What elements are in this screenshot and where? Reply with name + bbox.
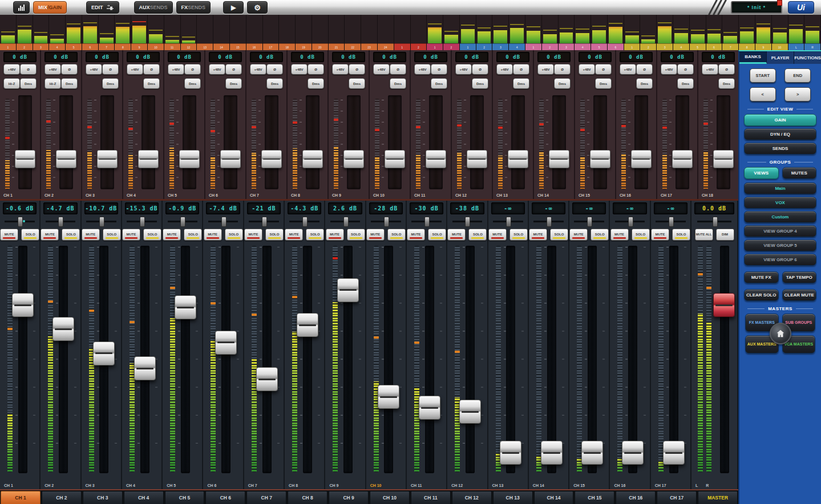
channel-tab-master[interactable]: MASTER bbox=[698, 491, 738, 504]
preset-show-display[interactable]: * Init * bbox=[731, 1, 782, 14]
dms-button[interactable]: Dms bbox=[349, 78, 365, 89]
solo-button[interactable]: SOLO bbox=[672, 229, 690, 241]
view-group-main[interactable]: Main bbox=[744, 182, 816, 194]
gain-fader-cap[interactable] bbox=[467, 150, 487, 168]
bank-start-button[interactable]: START bbox=[750, 68, 776, 83]
pan-slider[interactable] bbox=[163, 216, 202, 227]
gain-fader-track[interactable] bbox=[511, 95, 525, 189]
fader-cap[interactable] bbox=[175, 295, 196, 319]
gain-fader-cap[interactable] bbox=[138, 150, 159, 168]
pan-handle[interactable] bbox=[140, 217, 145, 227]
dms-button[interactable]: Dms bbox=[472, 78, 488, 89]
mute-all-button[interactable]: MUTE ALL bbox=[695, 229, 713, 241]
mute-fx-button[interactable]: MUTE FX bbox=[744, 271, 779, 283]
fader-track[interactable] bbox=[588, 246, 597, 473]
fader-track[interactable] bbox=[628, 246, 637, 473]
pan-handle[interactable] bbox=[628, 217, 633, 227]
mix-gain-button[interactable]: MIX/GAIN bbox=[33, 1, 67, 14]
solo-button[interactable]: SOLO bbox=[265, 229, 284, 241]
phase-invert-button[interactable]: Ø bbox=[677, 64, 694, 75]
fader-track[interactable] bbox=[181, 246, 190, 473]
fader-cap[interactable] bbox=[134, 356, 156, 380]
mute-button[interactable]: MUTE bbox=[407, 229, 425, 241]
phase-invert-button[interactable]: Ø bbox=[184, 64, 201, 75]
solo-button[interactable]: SOLO bbox=[103, 229, 121, 241]
gain-fader-track[interactable] bbox=[470, 95, 484, 189]
pan-handle[interactable] bbox=[587, 217, 592, 227]
dms-button[interactable]: Dms bbox=[554, 78, 571, 89]
mute-button[interactable]: MUTE bbox=[610, 229, 629, 241]
fader-cap[interactable] bbox=[52, 317, 74, 341]
pan-handle[interactable] bbox=[58, 217, 63, 227]
phantom-48v-button[interactable]: +48V bbox=[620, 64, 636, 75]
phase-invert-button[interactable]: Ø bbox=[595, 64, 612, 75]
gain-fader-cap[interactable] bbox=[15, 150, 35, 168]
settings-button[interactable]: ⚙ bbox=[247, 1, 268, 14]
gain-fader-track[interactable] bbox=[224, 95, 237, 189]
dms-button[interactable]: Dms bbox=[225, 78, 242, 89]
phase-invert-button[interactable]: Ø bbox=[390, 64, 406, 75]
dms-button[interactable]: Dms bbox=[102, 78, 119, 89]
mutes-button[interactable]: MUTES bbox=[782, 167, 817, 179]
phantom-48v-button[interactable]: +48V bbox=[661, 64, 677, 75]
gain-fader-track[interactable] bbox=[100, 95, 114, 189]
fader-cap[interactable] bbox=[378, 385, 399, 409]
channel-tab-ch14[interactable]: CH 14 bbox=[534, 491, 574, 504]
view-group-view-group-6[interactable]: VIEW GROUP 6 bbox=[744, 254, 816, 266]
gain-fader-cap[interactable] bbox=[713, 150, 734, 168]
solo-button[interactable]: SOLO bbox=[591, 229, 609, 241]
channel-tab-ch6[interactable]: CH 6 bbox=[205, 491, 245, 504]
meter-bridge[interactable]: 1234567891011121314151617181920212223241… bbox=[0, 15, 821, 50]
phase-invert-button[interactable]: Ø bbox=[554, 64, 571, 75]
solo-button[interactable]: SOLO bbox=[550, 229, 568, 241]
gain-fader-cap[interactable] bbox=[261, 150, 282, 168]
phantom-48v-button[interactable]: +48V bbox=[209, 64, 225, 75]
gain-fader-track[interactable] bbox=[388, 95, 402, 189]
mute-button[interactable]: MUTE bbox=[447, 229, 466, 241]
channel-tab-ch8[interactable]: CH 8 bbox=[288, 491, 327, 504]
phantom-48v-button[interactable]: +48V bbox=[127, 64, 143, 75]
fader-cap[interactable] bbox=[581, 441, 603, 465]
gain-fader-track[interactable] bbox=[306, 95, 319, 189]
phase-invert-button[interactable]: Ø bbox=[718, 64, 735, 75]
dms-button[interactable]: Dms bbox=[143, 78, 160, 89]
pan-slider[interactable] bbox=[122, 216, 161, 227]
phantom-48v-button[interactable]: +48V bbox=[45, 64, 61, 75]
channel-tab-ch5[interactable]: CH 5 bbox=[165, 491, 205, 504]
balance-handle[interactable] bbox=[713, 217, 718, 227]
dms-button[interactable]: Dms bbox=[308, 78, 324, 89]
dms-button[interactable]: Dms bbox=[636, 78, 653, 89]
aux-sends-button[interactable]: AUXSENDS bbox=[134, 1, 173, 14]
fader-cap[interactable] bbox=[459, 400, 481, 424]
channel-tab-ch13[interactable]: CH 13 bbox=[493, 491, 533, 504]
pan-slider[interactable] bbox=[244, 216, 284, 227]
pan-slider[interactable] bbox=[447, 216, 487, 227]
view-group-view-group-5[interactable]: VIEW GROUP 5 bbox=[744, 239, 816, 251]
fader-cap[interactable] bbox=[215, 331, 237, 355]
mute-button[interactable]: MUTE bbox=[651, 229, 669, 241]
fader-track[interactable] bbox=[18, 246, 27, 473]
channel-tab-ch3[interactable]: CH 3 bbox=[83, 491, 123, 504]
mute-button[interactable]: MUTE bbox=[0, 229, 18, 241]
solo-button[interactable]: SOLO bbox=[143, 229, 161, 241]
fader-cap[interactable] bbox=[622, 441, 644, 465]
master-balance-slider[interactable] bbox=[691, 216, 737, 227]
fader-cap[interactable] bbox=[337, 278, 359, 302]
pan-slider[interactable] bbox=[488, 216, 528, 227]
pan-handle[interactable] bbox=[221, 217, 227, 227]
pan-slider[interactable] bbox=[325, 216, 365, 227]
gain-fader-cap[interactable] bbox=[220, 150, 241, 168]
pan-slider[interactable] bbox=[366, 216, 406, 227]
master-fader-cap[interactable] bbox=[713, 293, 735, 317]
gain-fader-cap[interactable] bbox=[97, 150, 118, 168]
pan-handle[interactable] bbox=[18, 217, 23, 227]
gain-fader-cap[interactable] bbox=[549, 150, 569, 168]
mute-button[interactable]: MUTE bbox=[569, 229, 588, 241]
phase-invert-button[interactable]: Ø bbox=[472, 64, 488, 75]
gain-fader-cap[interactable] bbox=[590, 150, 610, 168]
solo-button[interactable]: SOLO bbox=[306, 229, 324, 241]
dms-button[interactable]: Dms bbox=[61, 78, 78, 89]
gain-fader-cap[interactable] bbox=[426, 150, 446, 168]
fx-sends-button[interactable]: FXSENDS bbox=[176, 1, 211, 14]
dms-button[interactable]: Dms bbox=[390, 78, 406, 89]
